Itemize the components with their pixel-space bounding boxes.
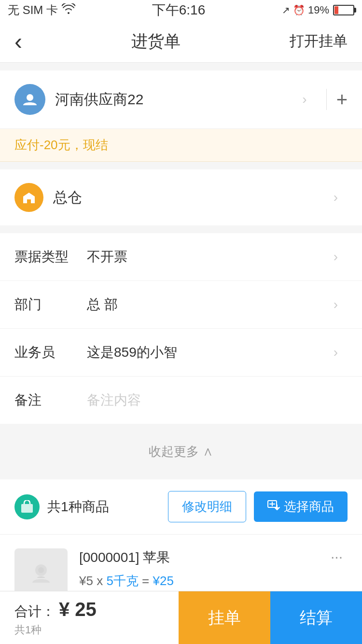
edit-detail-button[interactable]: 修改明细	[168, 491, 246, 522]
footer-total: 合计： ¥ 25 共1种	[0, 599, 179, 637]
product-equals: =	[142, 574, 153, 588]
divider	[326, 89, 327, 110]
supplier-row[interactable]: 河南供应商22 › +	[0, 70, 362, 129]
back-button[interactable]: ‹	[14, 28, 22, 55]
salesperson-chevron-icon: ›	[334, 345, 338, 360]
svg-rect-2	[21, 504, 33, 513]
department-row[interactable]: 部门 总 部 ›	[0, 281, 362, 329]
product-code: [0000001]	[79, 550, 143, 565]
product-total: ¥25	[153, 574, 174, 588]
status-time: 下午6:16	[152, 1, 206, 19]
product-info: [0000001] 苹果 ¥5 x 5千克 = ¥25	[79, 548, 326, 589]
footer-total-label: 合计：	[14, 602, 55, 621]
product-more-button[interactable]: ···	[326, 548, 348, 565]
product-price: ¥5 x	[79, 574, 106, 588]
product-name: [0000001] 苹果	[79, 548, 326, 567]
collapse-bar[interactable]: 收起更多 ∧	[0, 432, 362, 472]
invoice-chevron-icon: ›	[334, 249, 338, 265]
status-right: ↗ ⏰ 19%	[282, 4, 354, 16]
select-product-button[interactable]: 选择商品	[254, 491, 348, 522]
invoice-type-row[interactable]: 票据类型 不开票 ›	[0, 233, 362, 281]
remark-row[interactable]: 备注 备注内容	[0, 377, 362, 424]
salesperson-row[interactable]: 业务员 这是859的小智 ›	[0, 329, 362, 377]
department-label: 部门	[14, 295, 82, 314]
warehouse-chevron-icon: ›	[334, 190, 338, 205]
alarm-icon: ⏰	[293, 4, 305, 16]
salesperson-value: 这是859的小智	[82, 343, 334, 362]
footer-sub-label: 共1种	[14, 623, 164, 637]
form-section: 票据类型 不开票 › 部门 总 部 › 业务员 这是859的小智 › 备注 备注…	[0, 233, 362, 424]
invoice-type-value: 不开票	[82, 248, 334, 266]
footer: 合计： ¥ 25 共1种 挂单 结算	[0, 591, 362, 644]
department-value: 总 部	[82, 295, 334, 314]
svg-point-0	[27, 94, 33, 101]
products-header: 共1种商品 修改明细 选择商品	[0, 479, 362, 534]
footer-total-row: 合计： ¥ 25	[14, 599, 164, 621]
battery-icon	[333, 5, 354, 15]
main-content: 河南供应商22 › + 应付-20元，现结 总仓 › 票据类型 不开票 › 部门…	[0, 63, 362, 644]
status-bar: 无 SIM 卡 下午6:16 ↗ ⏰ 19%	[0, 0, 362, 20]
svg-rect-1	[27, 199, 31, 203]
remark-label: 备注	[14, 391, 82, 409]
notice-bar: 应付-20元，现结	[0, 129, 362, 162]
notice-text: 应付-20元，现结	[14, 138, 108, 152]
page-title: 进货单	[131, 30, 181, 53]
warehouse-name: 总仓	[53, 188, 334, 208]
settle-button[interactable]: 结算	[270, 591, 362, 644]
status-left: 无 SIM 卡	[8, 2, 75, 18]
hang-button[interactable]: 挂单	[179, 591, 270, 644]
svg-point-5	[38, 567, 44, 573]
location-icon: ↗	[282, 4, 290, 16]
products-count: 共1种商品	[47, 498, 168, 516]
invoice-type-label: 票据类型	[14, 248, 82, 266]
salesperson-label: 业务员	[14, 343, 82, 362]
collapse-label: 收起更多 ∧	[149, 443, 213, 460]
product-title: 苹果	[143, 550, 170, 565]
remark-input[interactable]: 备注内容	[82, 391, 348, 409]
select-product-label: 选择商品	[284, 498, 334, 515]
select-product-icon	[267, 499, 280, 514]
nav-bar: ‹ 进货单 打开挂单	[0, 20, 362, 63]
wifi-icon	[62, 3, 75, 17]
warehouse-row[interactable]: 总仓 ›	[0, 169, 362, 225]
footer-total-amount: ¥ 25	[59, 599, 97, 620]
department-chevron-icon: ›	[334, 297, 338, 312]
supplier-avatar	[14, 84, 45, 115]
open-hang-button[interactable]: 打开挂单	[290, 31, 348, 51]
supplier-chevron-icon: ›	[302, 92, 306, 107]
sim-label: 无 SIM 卡	[8, 2, 58, 18]
battery-percent: 19%	[308, 4, 329, 16]
supplier-section: 河南供应商22 › + 应付-20元，现结	[0, 70, 362, 162]
add-button[interactable]: +	[336, 90, 348, 109]
product-quantity: 5千克	[106, 574, 138, 588]
warehouse-icon	[14, 183, 43, 212]
products-icon	[14, 494, 40, 519]
product-detail: ¥5 x 5千克 = ¥25	[79, 573, 326, 589]
supplier-name: 河南供应商22	[55, 90, 302, 110]
